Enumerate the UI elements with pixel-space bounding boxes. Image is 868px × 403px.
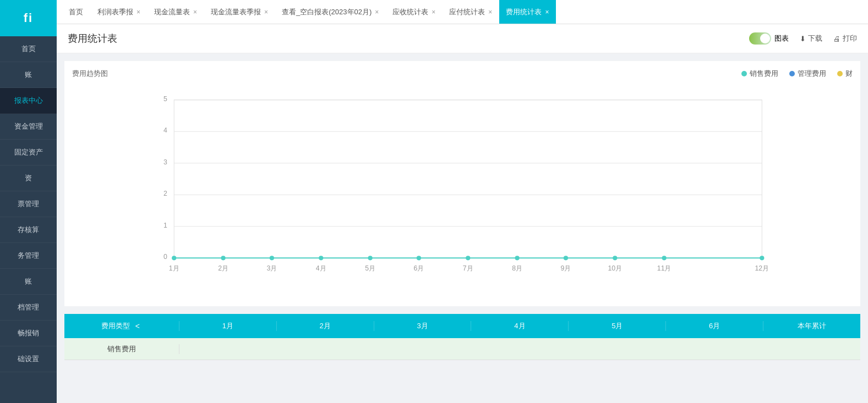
sidebar-item-reports[interactable]: 报表中心 xyxy=(0,88,57,114)
svg-text:1: 1 xyxy=(163,222,167,229)
svg-text:3: 3 xyxy=(163,158,167,166)
svg-point-13 xyxy=(172,256,176,260)
chart-container: 0 1 2 3 4 5 xyxy=(72,84,853,299)
svg-text:9月: 9月 xyxy=(561,264,571,272)
legend-admin-dot xyxy=(789,71,795,76)
sidebar-item-assets[interactable]: 固定资产 xyxy=(0,140,57,165)
tab-expense-stat[interactable]: 费用统计表 × xyxy=(499,0,556,24)
chart-toggle[interactable] xyxy=(749,32,771,45)
th-m4: 4月 xyxy=(471,321,569,331)
tab-close-cashflow[interactable]: × xyxy=(193,8,197,16)
svg-rect-12 xyxy=(174,100,762,258)
svg-point-22 xyxy=(613,256,617,260)
chart-legend: 销售费用 管理费用 财 xyxy=(741,69,853,79)
print-button[interactable]: 🖨 打印 xyxy=(833,34,857,43)
tab-close-ap[interactable]: × xyxy=(488,8,492,16)
legend-finance: 财 xyxy=(837,69,853,79)
svg-point-23 xyxy=(662,256,667,260)
tab-close-expense-stat[interactable]: × xyxy=(545,8,549,16)
chart-label: 图表 xyxy=(774,34,789,43)
sidebar-logo: fi xyxy=(0,0,57,36)
th-m3: 3月 xyxy=(374,321,472,331)
tab-close-ar[interactable]: × xyxy=(432,8,435,16)
tab-cashflow-q[interactable]: 现金流量表季报 × xyxy=(204,0,275,24)
chart-title: 费用趋势图 xyxy=(72,69,108,79)
svg-text:0: 0 xyxy=(163,253,167,261)
th-m1: 1月 xyxy=(179,321,277,331)
svg-point-24 xyxy=(760,256,764,260)
svg-text:12月: 12月 xyxy=(755,264,769,272)
tab-ar[interactable]: 应收统计表 × xyxy=(386,0,443,24)
svg-point-21 xyxy=(564,256,568,260)
tab-profit[interactable]: 利润表季报 × xyxy=(91,0,148,24)
tab-home[interactable]: 首页 xyxy=(61,0,91,24)
sidebar-item-fund[interactable]: 资金管理 xyxy=(0,114,57,140)
sidebar-item-home[interactable]: 首页 xyxy=(0,36,57,62)
sidebar-item-ledger[interactable]: 账 xyxy=(0,269,57,295)
chart-section: 费用趋势图 销售费用 管理费用 财 xyxy=(64,61,860,306)
svg-text:2: 2 xyxy=(163,190,167,197)
sidebar-item-ticket[interactable]: 票管理 xyxy=(0,191,57,217)
svg-point-19 xyxy=(466,256,470,260)
th-ytd: 本年累计 xyxy=(763,321,860,331)
page-title: 费用统计表 xyxy=(68,32,117,45)
header-actions: 图表 ⬇ 下载 🖨 打印 xyxy=(749,32,857,45)
table-nav-prev[interactable]: < xyxy=(133,322,142,330)
tab-blank[interactable]: 查看_空白报表(2023年02月) × xyxy=(275,0,386,24)
table-header-row: 费用类型 < 1月 2月 3月 4月 5月 6月 本年累计 xyxy=(64,314,860,338)
svg-text:5月: 5月 xyxy=(365,264,375,272)
page-header: 费用统计表 图表 ⬇ 下载 🖨 打印 xyxy=(57,24,868,53)
main-area: 首页 利润表季报 × 现金流量表 × 现金流量表季报 × 查看_空白报表(202… xyxy=(57,0,868,403)
chart-toggle-wrap: 图表 xyxy=(749,32,789,45)
sidebar-item-expense[interactable]: 畅报销 xyxy=(0,321,57,346)
svg-text:1月: 1月 xyxy=(169,264,179,272)
table-row: 销售费用 xyxy=(64,338,860,360)
svg-text:6月: 6月 xyxy=(413,264,424,272)
sidebar-item-inventory[interactable]: 存核算 xyxy=(0,217,57,243)
sidebar-item-account[interactable]: 账 xyxy=(0,62,57,88)
content-area: 费用统计表 图表 ⬇ 下载 🖨 打印 费用趋势图 xyxy=(57,24,868,403)
legend-sales-dot xyxy=(741,71,747,76)
tab-ap[interactable]: 应付统计表 × xyxy=(443,0,499,24)
chart-svg: 0 1 2 3 4 5 xyxy=(72,84,853,293)
tab-bar: 首页 利润表季报 × 现金流量表 × 现金流量表季报 × 查看_空白报表(202… xyxy=(57,0,868,24)
svg-text:2月: 2月 xyxy=(218,264,228,272)
svg-point-18 xyxy=(417,256,421,260)
svg-text:11月: 11月 xyxy=(657,264,672,272)
th-m2: 2月 xyxy=(277,321,374,331)
svg-point-15 xyxy=(270,256,274,260)
svg-text:8月: 8月 xyxy=(512,264,522,272)
svg-text:7月: 7月 xyxy=(463,264,473,272)
sidebar-item-archive[interactable]: 档管理 xyxy=(0,295,57,321)
svg-point-17 xyxy=(368,256,372,260)
table-section: 费用类型 < 1月 2月 3月 4月 5月 6月 本年累计 销售费用 xyxy=(64,314,860,360)
svg-text:10月: 10月 xyxy=(608,264,622,272)
td-type: 销售费用 xyxy=(64,344,179,354)
tab-close-profit[interactable]: × xyxy=(137,8,140,16)
tab-cashflow[interactable]: 现金流量表 × xyxy=(148,0,204,24)
sidebar-item-resource[interactable]: 资 xyxy=(0,165,57,191)
sidebar-item-service[interactable]: 务管理 xyxy=(0,243,57,269)
download-icon: ⬇ xyxy=(800,35,806,43)
print-icon: 🖨 xyxy=(833,35,840,43)
legend-sales: 销售费用 xyxy=(741,69,778,79)
chart-header: 费用趋势图 销售费用 管理费用 财 xyxy=(72,69,853,79)
svg-point-14 xyxy=(221,256,225,260)
sidebar-item-settings[interactable]: 础设置 xyxy=(0,346,57,372)
tab-close-cashflow-q[interactable]: × xyxy=(264,8,268,16)
svg-text:4月: 4月 xyxy=(316,264,326,272)
th-m6: 6月 xyxy=(666,321,763,331)
svg-text:3月: 3月 xyxy=(266,264,277,272)
tab-close-blank[interactable]: × xyxy=(375,8,379,16)
th-type: 费用类型 < xyxy=(64,321,179,331)
svg-text:4: 4 xyxy=(163,126,167,134)
download-button[interactable]: ⬇ 下载 xyxy=(800,34,822,43)
svg-point-16 xyxy=(319,256,323,260)
sidebar: fi 首页 账 报表中心 资金管理 固定资产 资 票管理 存核算 务管理 账 档… xyxy=(0,0,57,403)
th-m5: 5月 xyxy=(569,321,666,331)
legend-finance-dot xyxy=(837,71,843,76)
svg-point-20 xyxy=(515,256,520,260)
svg-text:5: 5 xyxy=(163,95,167,103)
legend-admin: 管理费用 xyxy=(789,69,826,79)
